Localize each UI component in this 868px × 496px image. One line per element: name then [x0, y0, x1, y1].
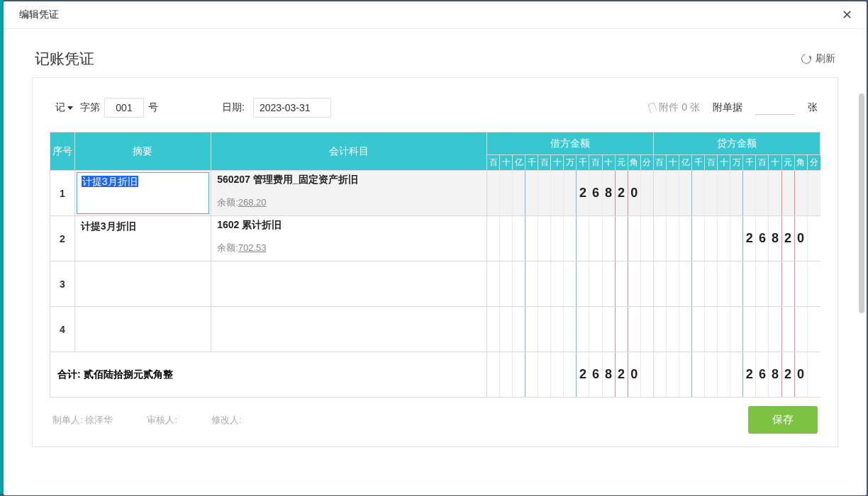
credit-digit[interactable]: [781, 261, 794, 307]
save-button[interactable]: 保存: [748, 406, 818, 434]
debit-digit[interactable]: [500, 307, 513, 352]
debit-digit[interactable]: [602, 307, 615, 352]
debit-digit[interactable]: [538, 261, 551, 307]
summary-cell[interactable]: 计提3月折旧: [74, 171, 211, 216]
credit-digit[interactable]: [705, 307, 718, 352]
account-cell[interactable]: [211, 307, 487, 352]
credit-digit[interactable]: [679, 261, 692, 307]
debit-digit[interactable]: [525, 216, 538, 261]
debit-digit[interactable]: [577, 307, 589, 352]
debit-digit[interactable]: [615, 216, 628, 261]
refresh-button[interactable]: 刷新: [801, 52, 835, 65]
credit-digit[interactable]: 0: [794, 216, 807, 261]
debit-digit[interactable]: [486, 307, 499, 352]
credit-digit[interactable]: [807, 261, 820, 307]
debit-digit[interactable]: [564, 216, 577, 261]
debit-digit[interactable]: [513, 171, 525, 216]
credit-digit[interactable]: [666, 261, 679, 307]
credit-digit[interactable]: [692, 171, 705, 216]
debit-digit[interactable]: [486, 261, 499, 307]
debit-digit[interactable]: [589, 307, 602, 352]
debit-digit[interactable]: 6: [589, 171, 602, 216]
debit-digit[interactable]: [577, 261, 589, 307]
debit-digit[interactable]: [640, 261, 653, 307]
debit-digit[interactable]: [615, 307, 628, 352]
credit-digit[interactable]: [794, 261, 807, 307]
debit-digit[interactable]: [615, 261, 628, 307]
debit-digit[interactable]: [513, 216, 525, 261]
debit-digit[interactable]: [602, 261, 615, 307]
credit-digit[interactable]: 8: [769, 216, 781, 261]
credit-digit[interactable]: [718, 171, 730, 216]
voucher-number-input[interactable]: [104, 98, 144, 118]
voucher-type-dropdown[interactable]: 记: [52, 101, 76, 114]
attachment-info[interactable]: 附件 0 张: [649, 101, 700, 114]
summary-cell[interactable]: [74, 307, 211, 352]
debit-digit[interactable]: [640, 171, 653, 216]
credit-digit[interactable]: [781, 307, 794, 352]
debit-digit[interactable]: [640, 307, 653, 352]
credit-digit[interactable]: [807, 171, 820, 216]
credit-digit[interactable]: [769, 171, 781, 216]
debit-digit[interactable]: [538, 307, 551, 352]
debit-digit[interactable]: [564, 171, 577, 216]
debit-digit[interactable]: 0: [628, 171, 640, 216]
account-cell[interactable]: 560207 管理费用_固定资产折旧余额:268.20: [211, 171, 487, 216]
debit-digit[interactable]: [564, 261, 577, 307]
debit-digit[interactable]: 8: [602, 171, 615, 216]
debit-digit[interactable]: [500, 216, 513, 261]
debit-digit[interactable]: 2: [577, 171, 589, 216]
credit-digit[interactable]: [807, 216, 820, 261]
credit-digit[interactable]: [653, 216, 666, 261]
debit-digit[interactable]: [602, 216, 615, 261]
credit-digit[interactable]: [807, 307, 820, 352]
credit-digit[interactable]: [743, 307, 756, 352]
voucher-date-input[interactable]: [253, 98, 331, 118]
credit-digit[interactable]: [692, 261, 705, 307]
debit-digit[interactable]: [500, 261, 513, 307]
debit-digit[interactable]: [551, 307, 564, 352]
credit-digit[interactable]: [679, 216, 692, 261]
credit-digit[interactable]: [756, 307, 769, 352]
credit-digit[interactable]: 2: [781, 216, 794, 261]
debit-digit[interactable]: [628, 216, 640, 261]
debit-digit[interactable]: [538, 171, 551, 216]
credit-digit[interactable]: [679, 307, 692, 352]
debit-digit[interactable]: [525, 261, 538, 307]
credit-digit[interactable]: [666, 307, 679, 352]
credit-digit[interactable]: [718, 261, 730, 307]
credit-digit[interactable]: [730, 216, 743, 261]
attachment-count-input[interactable]: [755, 101, 795, 115]
debit-digit[interactable]: [538, 216, 551, 261]
credit-digit[interactable]: [666, 171, 679, 216]
credit-digit[interactable]: [743, 171, 756, 216]
credit-digit[interactable]: [756, 171, 769, 216]
credit-digit[interactable]: [705, 261, 718, 307]
debit-digit[interactable]: [640, 216, 653, 261]
debit-digit[interactable]: [551, 261, 564, 307]
debit-digit[interactable]: 2: [615, 171, 628, 216]
debit-digit[interactable]: [564, 307, 577, 352]
credit-digit[interactable]: [653, 171, 666, 216]
credit-digit[interactable]: [781, 171, 794, 216]
credit-digit[interactable]: [705, 216, 718, 261]
scrollbar[interactable]: [859, 94, 864, 313]
debit-digit[interactable]: [525, 171, 538, 216]
credit-digit[interactable]: [666, 216, 679, 261]
credit-digit[interactable]: [692, 216, 705, 261]
credit-digit[interactable]: [769, 307, 781, 352]
credit-digit[interactable]: [653, 261, 666, 307]
credit-digit[interactable]: [769, 261, 781, 307]
debit-digit[interactable]: [589, 261, 602, 307]
credit-digit[interactable]: [730, 171, 743, 216]
debit-digit[interactable]: [628, 307, 640, 352]
credit-digit[interactable]: [653, 307, 666, 352]
credit-digit[interactable]: [730, 307, 743, 352]
credit-digit[interactable]: [756, 261, 769, 307]
credit-digit[interactable]: 6: [756, 216, 769, 261]
credit-digit[interactable]: [730, 261, 743, 307]
debit-digit[interactable]: [486, 216, 499, 261]
summary-cell[interactable]: 计提3月折旧: [74, 216, 211, 261]
debit-digit[interactable]: [577, 216, 589, 261]
credit-digit[interactable]: [679, 171, 692, 216]
